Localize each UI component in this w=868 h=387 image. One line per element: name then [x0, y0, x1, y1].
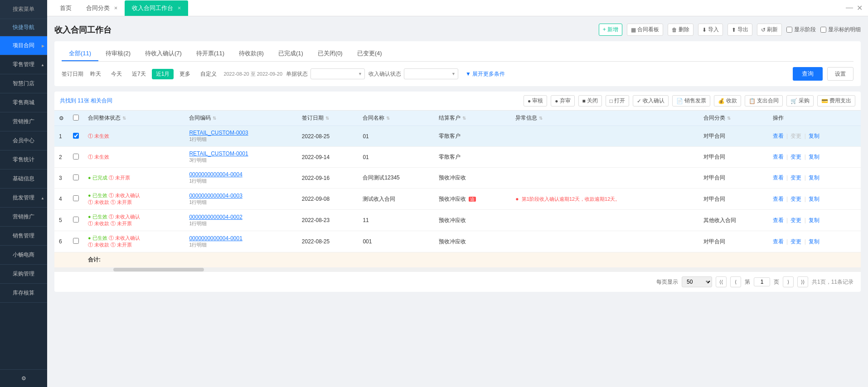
- close-contract-btn[interactable]: ■ 关闭: [578, 95, 602, 106]
- dashboard-button[interactable]: ▦ 合同看板: [627, 24, 663, 36]
- scrollbar-thumb[interactable]: [113, 268, 204, 271]
- sidebar-item-project[interactable]: 项目合同: [0, 36, 47, 55]
- sidebar-item-mkt2[interactable]: 营销推广: [0, 208, 47, 227]
- col-status[interactable]: 合同整体状态⇅: [83, 111, 184, 126]
- expand-filter-btn[interactable]: ▼ 展开更多条件: [462, 68, 509, 80]
- set-button[interactable]: 设置: [827, 67, 853, 81]
- settings-icon[interactable]: ⚙: [0, 369, 47, 387]
- export-button[interactable]: ⬆ 导出: [727, 24, 752, 36]
- last-page-btn[interactable]: ⟩⟩: [797, 276, 808, 287]
- view-btn[interactable]: 查看: [773, 217, 784, 223]
- open-contract-btn[interactable]: □ 打开: [606, 95, 629, 106]
- tab-close-contract-category[interactable]: ×: [114, 5, 118, 11]
- sidebar-item-stats[interactable]: 零售统计: [0, 150, 47, 169]
- change-btn[interactable]: 变更: [790, 174, 801, 181]
- sidebar-item-marketing[interactable]: 营销推广: [0, 112, 47, 131]
- filter-tab-changed[interactable]: 已变更(4): [350, 47, 389, 61]
- delete-button[interactable]: 🗑 删除: [668, 24, 693, 36]
- select-all-checkbox[interactable]: [73, 115, 79, 121]
- change-btn[interactable]: 变更: [790, 238, 801, 245]
- filter-tab-pending-payment[interactable]: 待收款(8): [232, 47, 271, 61]
- filter-tab-closed[interactable]: 已关闭(0): [310, 47, 350, 61]
- tab-contract-category[interactable]: 合同分类 ×: [79, 0, 125, 16]
- view-btn[interactable]: 查看: [773, 154, 784, 160]
- copy-btn[interactable]: 复制: [809, 196, 820, 202]
- filter-tab-pending-review[interactable]: 待审核(2): [98, 47, 138, 61]
- copy-btn[interactable]: 复制: [809, 154, 820, 160]
- date-opt-yesterday[interactable]: 昨天: [86, 69, 105, 79]
- date-opt-custom[interactable]: 自定义: [196, 69, 221, 79]
- col-customer[interactable]: 结算客户⇅: [434, 111, 511, 126]
- copy-btn[interactable]: 复制: [809, 133, 820, 139]
- row-checkbox[interactable]: [68, 210, 83, 231]
- row-checkbox[interactable]: [68, 168, 83, 189]
- minimize-btn[interactable]: —: [846, 4, 853, 12]
- horizontal-scrollbar[interactable]: [54, 268, 861, 271]
- change-btn[interactable]: 变更: [790, 154, 801, 160]
- sidebar-item-inventory[interactable]: 库存核算: [0, 284, 47, 303]
- abandon-audit-btn[interactable]: ● 弃审: [551, 95, 574, 106]
- date-opt-today[interactable]: 今天: [107, 69, 126, 79]
- doc-status-select[interactable]: [310, 68, 365, 79]
- filter-tab-pending-invoice[interactable]: 待开票(11): [189, 47, 232, 61]
- filter-tab-completed[interactable]: 已完成(1): [271, 47, 310, 61]
- col-alert[interactable]: 异常信息⇅: [511, 111, 699, 126]
- date-opt-last1month[interactable]: 近1月: [152, 69, 174, 79]
- filter-tab-pending-confirm[interactable]: 待收入确认(7): [138, 47, 189, 61]
- filter-tab-all[interactable]: 全部(11): [62, 47, 98, 61]
- income-confirm-btn[interactable]: ✓ 收入确认: [633, 95, 669, 106]
- tab-income-workbench[interactable]: 收入合同工作台 ×: [125, 0, 188, 16]
- change-btn[interactable]: 变更: [790, 217, 801, 223]
- sidebar-item-wholesale[interactable]: 批发管理: [0, 189, 47, 208]
- copy-btn[interactable]: 复制: [809, 174, 820, 181]
- col-checkbox[interactable]: [68, 111, 83, 126]
- view-btn[interactable]: 查看: [773, 133, 784, 139]
- row-checkbox[interactable]: [68, 231, 83, 252]
- sidebar-item-purchase[interactable]: 采购管理: [0, 265, 47, 284]
- sidebar-item-smart[interactable]: 智慧门店: [0, 74, 47, 93]
- col-category[interactable]: 合同分类⇅: [699, 111, 768, 126]
- copy-btn[interactable]: 复制: [809, 238, 820, 245]
- sidebar-item-mall[interactable]: 零售商城: [0, 93, 47, 112]
- first-page-btn[interactable]: ⟨⟨: [716, 276, 727, 287]
- show-fields-checkbox[interactable]: 显示阶段: [786, 26, 816, 34]
- prev-page-btn[interactable]: ⟨: [730, 276, 741, 287]
- income-confirm-select[interactable]: [404, 68, 458, 79]
- purchase-btn[interactable]: 🛒 采购: [786, 95, 814, 106]
- view-btn[interactable]: 查看: [773, 196, 784, 202]
- col-sign-date[interactable]: 签订日期⇅: [297, 111, 359, 126]
- col-settings[interactable]: ⚙: [54, 111, 68, 126]
- view-btn[interactable]: 查看: [773, 174, 784, 181]
- date-opt-last7[interactable]: 近7天: [128, 69, 150, 79]
- row-checkbox[interactable]: [68, 189, 83, 210]
- date-opt-more[interactable]: 更多: [175, 69, 194, 79]
- show-detail-checkbox[interactable]: 显示标的明细: [820, 26, 861, 34]
- audit-btn[interactable]: ● 审核: [524, 95, 547, 106]
- sidebar-item-basic[interactable]: 基础信息: [0, 169, 47, 189]
- sales-invoice-btn[interactable]: 📄 销售发票: [672, 95, 710, 106]
- tab-home[interactable]: 首页: [53, 0, 79, 16]
- row-checkbox[interactable]: [68, 126, 83, 147]
- next-page-btn[interactable]: ⟩: [783, 276, 794, 287]
- tab-close-income-workbench[interactable]: ×: [178, 5, 181, 11]
- expense-btn[interactable]: 💳 费用支出: [817, 95, 855, 106]
- view-btn[interactable]: 查看: [773, 238, 784, 245]
- sidebar-item-retail[interactable]: 零售管理: [0, 55, 47, 74]
- import-button[interactable]: ⬇ 导入: [698, 24, 723, 36]
- sidebar-item-ecom[interactable]: 小畅电商: [0, 246, 47, 265]
- row-checkbox[interactable]: [68, 147, 83, 168]
- collect-payment-btn[interactable]: 💰 收款: [714, 95, 741, 106]
- page-size-select[interactable]: 50 10 20 100: [682, 276, 712, 287]
- new-button[interactable]: + 新增: [599, 24, 622, 36]
- change-btn[interactable]: 变更: [790, 196, 801, 202]
- col-code[interactable]: 合同编码⇅: [184, 111, 297, 126]
- col-contract-name[interactable]: 合同名称⇅: [358, 111, 434, 126]
- copy-btn[interactable]: 复制: [809, 217, 820, 223]
- close-btn[interactable]: ✕: [857, 4, 863, 12]
- search-menu[interactable]: 搜索菜单: [0, 0, 47, 19]
- query-button[interactable]: 查询: [793, 67, 823, 81]
- expenditure-contract-btn[interactable]: 📋 支出合同: [745, 95, 783, 106]
- sidebar-item-member[interactable]: 会员中心: [0, 131, 47, 150]
- page-input[interactable]: [754, 277, 770, 286]
- refresh-button[interactable]: ↺ 刷新: [757, 24, 782, 36]
